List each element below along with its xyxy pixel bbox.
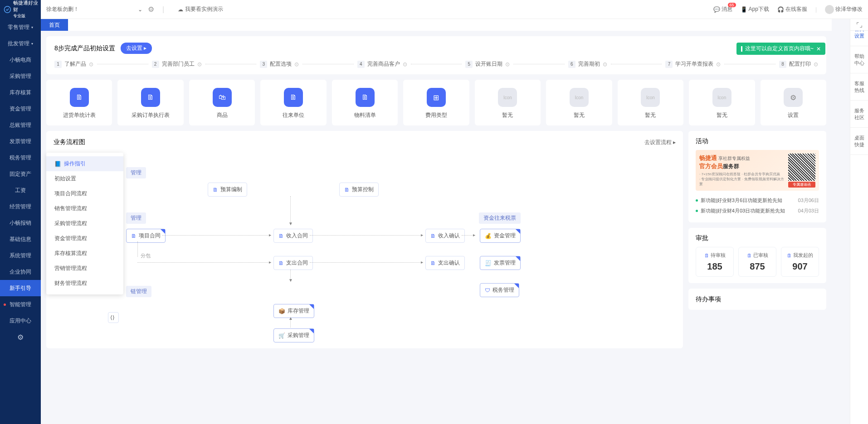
demo-link[interactable]: ☁ 我要看实例演示 (178, 5, 223, 13)
gear-icon[interactable]: ⚙ (148, 5, 154, 14)
mobile-icon: 📱 (741, 6, 747, 13)
user-name: 徐泽华修改 (835, 5, 863, 13)
logo: 畅捷通好业财 专业版 (0, 0, 41, 19)
avatar-icon (825, 5, 834, 14)
tenant-name: 徐老板勿删！ (46, 5, 79, 13)
brand-name: 畅捷通好业财 (13, 0, 41, 13)
cloud-icon: ☁ (178, 6, 183, 13)
user-menu[interactable]: 徐泽华修改 (825, 5, 863, 14)
brand-edition: 专业版 (13, 13, 41, 19)
svg-point-0 (4, 6, 10, 13)
app-download-button[interactable]: 📱 App下载 (741, 5, 769, 13)
messages-button[interactable]: 💬 消息 65 (713, 5, 732, 13)
messages-badge: 65 (728, 3, 736, 7)
header-actions: 💬 消息 65 📱 App下载 🎧 在线客服 | 徐泽华修改 (713, 5, 863, 14)
header: 畅捷通好业财 专业版 徐老板勿删！ ⌄ ⚙ | ☁ 我要看实例演示 💬 消息 6… (0, 0, 868, 19)
tenant-selector[interactable]: 徐老板勿删！ ⌄ (46, 5, 142, 13)
demo-text: 我要看实例演示 (185, 5, 223, 13)
chat-icon: 💬 (713, 6, 720, 13)
app-download-label: App下载 (749, 5, 769, 13)
chevron-down-icon: ⌄ (138, 6, 142, 13)
brand-icon (4, 5, 11, 14)
headset-icon: 🎧 (777, 6, 784, 13)
customer-service-label: 在线客服 (785, 5, 807, 13)
customer-service-button[interactable]: 🎧 在线客服 (777, 5, 807, 13)
